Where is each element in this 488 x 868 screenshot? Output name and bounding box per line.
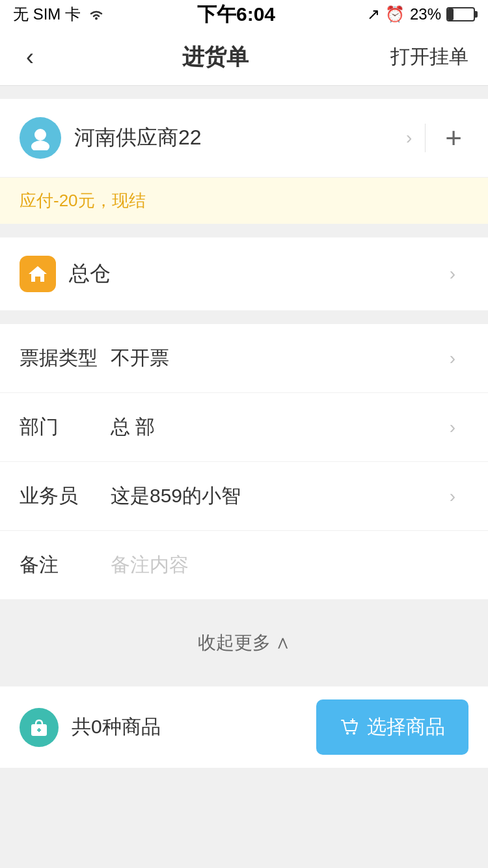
select-goods-label: 选择商品 [367,714,445,740]
chevron-right-icon: › [450,417,455,438]
avatar [20,117,61,159]
salesperson-value: 这是859的小智 [111,483,450,509]
house-icon [27,264,48,284]
svg-point-8 [346,732,349,735]
shopping-bag-icon [28,716,50,739]
person-icon [28,126,53,150]
select-goods-button[interactable]: 选择商品 [316,699,468,755]
cart-icon [340,718,359,737]
chevron-right-icon: › [450,264,455,284]
svg-point-0 [95,18,98,20]
add-supplier-button[interactable]: + [439,122,468,154]
battery-icon [446,7,475,21]
status-bar: 无 SIM 卡 下午6:04 ↗ ⏰ 23% [0,0,488,29]
status-left: 无 SIM 卡 [13,4,105,25]
department-row[interactable]: 部门 总 部 › [0,393,488,462]
warehouse-row[interactable]: 总仓 › [0,237,488,311]
warehouse-icon [20,256,56,292]
nav-bar: ‹ 进货单 打开挂单 [0,29,488,86]
collapse-button[interactable]: 收起更多 ∧ [0,612,488,673]
page-title: 进货单 [182,42,249,72]
vertical-divider [425,124,426,152]
wifi-icon [87,8,105,21]
chevron-right-icon: › [406,128,412,148]
invoice-type-label: 票据类型 [20,345,111,372]
remark-label: 备注 [20,552,111,578]
form-section: 票据类型 不开票 › 部门 总 部 › 业务员 这是859的小智 › 备注 备注… [0,324,488,599]
salesperson-label: 业务员 [20,483,111,509]
supplier-row[interactable]: 河南供应商22 › + [0,99,488,178]
carrier-label: 无 SIM 卡 [13,4,81,25]
battery-percent: 23% [410,5,441,23]
top-divider [0,86,488,99]
open-pending-button[interactable]: 打开挂单 [390,44,468,70]
remark-row[interactable]: 备注 备注内容 [0,531,488,599]
department-label: 部门 [20,414,111,441]
status-right: ↗ ⏰ 23% [367,5,475,23]
back-button[interactable]: ‹ [20,37,40,77]
status-time: 下午6:04 [197,1,275,28]
department-value: 总 部 [111,414,450,441]
warehouse-name: 总仓 [69,260,450,288]
svg-point-2 [31,141,49,150]
chevron-right-icon: › [450,486,455,507]
supplier-card: 河南供应商22 › + 应付-20元，现结 [0,99,488,224]
invoice-type-row[interactable]: 票据类型 不开票 › [0,324,488,393]
salesperson-row[interactable]: 业务员 这是859的小智 › [0,462,488,531]
notice-bar: 应付-20元，现结 [0,178,488,224]
svg-point-1 [34,129,46,141]
goods-count-label: 共0种商品 [72,714,303,740]
bottom-bar: 共0种商品 选择商品 [0,686,488,768]
remark-input[interactable]: 备注内容 [111,552,468,578]
invoice-type-value: 不开票 [111,345,450,372]
supplier-name: 河南供应商22 [74,124,406,152]
chevron-right-icon: › [450,348,455,369]
alarm-icon: ⏰ [385,5,405,23]
svg-point-9 [353,732,355,735]
goods-icon [20,708,59,747]
svg-rect-4 [35,277,40,282]
location-icon: ↗ [367,5,380,23]
